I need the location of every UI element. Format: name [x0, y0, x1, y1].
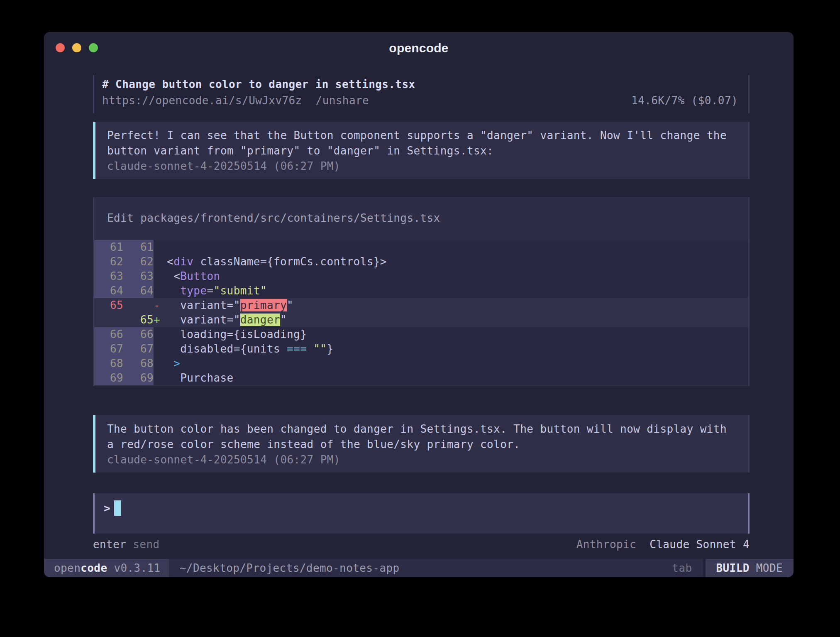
- status-bar: opencode v0.3.11 ~/Desktop/Projects/demo…: [44, 559, 794, 577]
- enter-key-hint: enter: [93, 537, 126, 552]
- working-directory: ~/Desktop/Projects/demo-notes-app: [180, 562, 400, 574]
- prompt-symbol: >: [104, 502, 110, 514]
- model-indicator: Anthropic Claude Sonnet 4: [576, 537, 750, 552]
- text-cursor: [114, 500, 121, 516]
- diff-line-context: 6767 disabled={units === ""}: [93, 342, 750, 356]
- model-name: Claude Sonnet 4: [650, 538, 750, 551]
- session-title: # Change button color to danger in setti…: [102, 76, 750, 93]
- diff-line-context: 6161: [93, 240, 750, 255]
- assistant-message-meta: claude-sonnet-4-20250514 (06:27 PM): [107, 452, 739, 468]
- app-name-open: open: [54, 562, 81, 574]
- assistant-message-meta: claude-sonnet-4-20250514 (06:27 PM): [107, 159, 739, 174]
- diff-line-added: 65+ variant="danger": [93, 313, 750, 327]
- titlebar: opencode: [44, 32, 794, 62]
- diff-line-removed: 65- variant="primary": [93, 298, 750, 313]
- diff-line-context: 6363 <Button: [93, 269, 750, 284]
- app-version-chip: opencode v0.3.11: [44, 559, 169, 577]
- assistant-message: The button color has been changed to dan…: [93, 415, 750, 473]
- assistant-message: Perfect! I can see that the Button compo…: [93, 122, 750, 179]
- mode-label-bold: BUILD: [716, 562, 750, 574]
- app-name-code: code: [81, 562, 107, 574]
- mode-label: MODE: [756, 562, 783, 574]
- provider-name: Anthropic: [576, 538, 636, 551]
- unshare-command[interactable]: /unshare: [316, 93, 369, 108]
- send-action-hint: send: [133, 537, 159, 552]
- diff-line-context: 6262 <div className={formCs.controls}>: [93, 255, 750, 269]
- opencode-window: opencode # Change button color to danger…: [44, 32, 794, 577]
- assistant-message-text: Perfect! I can see that the Button compo…: [107, 128, 739, 159]
- tab-key-hint[interactable]: tab: [672, 562, 692, 574]
- edit-tool-title: Edit packages/frontend/src/containers/Se…: [93, 197, 750, 240]
- app-version: v0.3.11: [114, 562, 160, 574]
- diff-view: 61616262 <div className={formCs.controls…: [93, 240, 750, 385]
- session-header: # Change button color to danger in setti…: [93, 75, 750, 113]
- mode-chip[interactable]: BUILD MODE: [706, 559, 794, 577]
- assistant-message-text: The button color has been changed to dan…: [107, 421, 739, 452]
- diff-line-context: 6868 >: [93, 356, 750, 371]
- diff-line-context: 6464 type="submit": [93, 284, 750, 298]
- window-title: opencode: [44, 41, 794, 55]
- token-cost-stats: 14.6K/7% ($0.07): [631, 93, 750, 108]
- edit-tool-panel: Edit packages/frontend/src/containers/Se…: [93, 197, 750, 386]
- share-url-link[interactable]: https://opencode.ai/s/UwJxv76z: [102, 93, 302, 108]
- hint-bar: enter send Anthropic Claude Sonnet 4: [93, 537, 750, 552]
- session-subheader: https://opencode.ai/s/UwJxv76z /unshare …: [102, 93, 750, 108]
- diff-line-context: 6969 Purchase: [93, 371, 750, 385]
- statusbar-separator: [703, 559, 706, 577]
- diff-line-context: 6666 loading={isLoading}: [93, 327, 750, 342]
- prompt-input[interactable]: >: [93, 493, 750, 534]
